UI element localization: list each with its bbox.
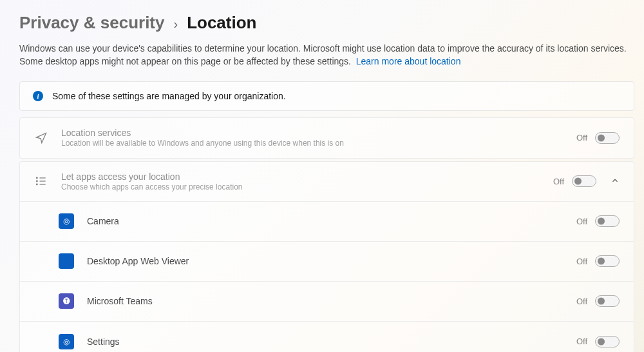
list-icon bbox=[34, 174, 48, 188]
org-managed-text: Some of these settings are managed by yo… bbox=[52, 91, 286, 101]
location-services-card: Location services Location will be avail… bbox=[19, 117, 634, 159]
location-services-title: Location services bbox=[61, 128, 564, 138]
app-state: Off bbox=[576, 337, 587, 346]
app-row: Settings Off bbox=[20, 322, 634, 352]
app-toggle[interactable] bbox=[595, 295, 620, 307]
app-access-subtitle: Choose which apps can access your precis… bbox=[61, 182, 540, 191]
location-services-subtitle: Location will be available to Windows an… bbox=[61, 139, 564, 148]
info-icon: i bbox=[33, 91, 43, 101]
app-state: Off bbox=[576, 257, 587, 266]
app-state: Off bbox=[576, 297, 587, 306]
app-toggle[interactable] bbox=[595, 336, 620, 347]
svg-point-0 bbox=[37, 177, 38, 179]
svg-point-2 bbox=[37, 181, 38, 182]
app-icon bbox=[59, 213, 74, 229]
app-toggle[interactable] bbox=[595, 215, 620, 227]
app-state: Off bbox=[576, 217, 587, 226]
breadcrumb-parent[interactable]: Privacy & security bbox=[19, 13, 164, 33]
svg-point-4 bbox=[37, 184, 38, 185]
learn-more-link[interactable]: Learn more about location bbox=[356, 56, 461, 66]
app-row: Microsoft Teams Off bbox=[20, 282, 634, 322]
org-managed-banner: i Some of these settings are managed by … bbox=[19, 81, 634, 111]
location-services-row: Location services Location will be avail… bbox=[20, 118, 634, 158]
location-services-toggle[interactable] bbox=[595, 132, 620, 144]
app-name: Desktop App Web Viewer bbox=[87, 256, 564, 266]
breadcrumb-separator: › bbox=[173, 17, 178, 32]
app-access-title: Let apps access your location bbox=[61, 171, 540, 182]
chevron-up-icon[interactable] bbox=[611, 176, 620, 187]
app-access-state: Off bbox=[553, 177, 564, 186]
page-description: Windows can use your device's capabiliti… bbox=[19, 42, 631, 68]
location-arrow-icon bbox=[34, 131, 48, 145]
app-icon bbox=[59, 334, 74, 349]
app-name: Settings bbox=[87, 337, 564, 347]
app-row: Camera Off bbox=[20, 202, 634, 242]
breadcrumb: Privacy & security › Location bbox=[19, 13, 634, 33]
app-name: Camera bbox=[87, 216, 564, 226]
page-title: Location bbox=[187, 13, 256, 33]
app-name: Microsoft Teams bbox=[87, 296, 564, 306]
app-access-toggle[interactable] bbox=[572, 175, 596, 187]
app-icon bbox=[59, 253, 74, 269]
location-services-state: Off bbox=[576, 133, 587, 142]
description-text: Windows can use your device's capabiliti… bbox=[19, 43, 627, 66]
app-toggle[interactable] bbox=[595, 255, 620, 267]
app-row: Desktop App Web Viewer Off bbox=[20, 242, 634, 282]
app-access-card: Let apps access your location Choose whi… bbox=[19, 161, 634, 352]
app-icon bbox=[59, 293, 74, 309]
app-access-row[interactable]: Let apps access your location Choose whi… bbox=[20, 162, 634, 202]
